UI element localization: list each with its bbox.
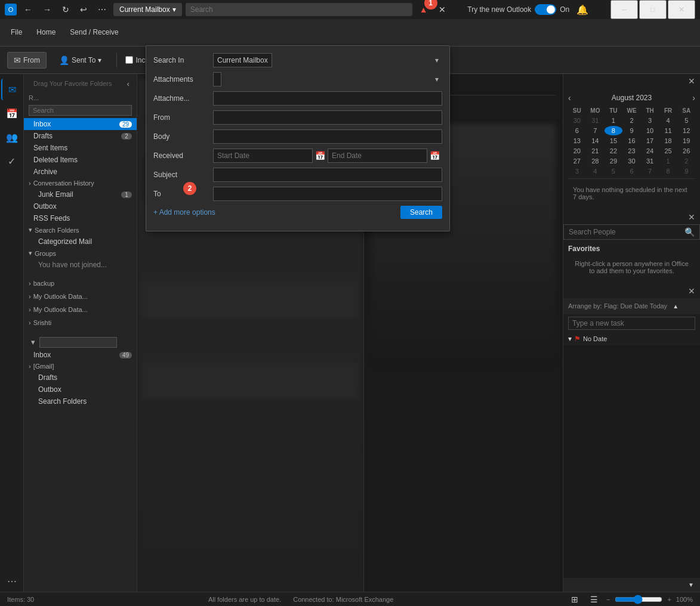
folder-inbox[interactable]: Inbox 29 [24, 118, 137, 130]
cal-3b[interactable]: 3 [568, 166, 586, 176]
calendar-close-button[interactable]: ✕ [686, 75, 698, 87]
folder-outbox2[interactable]: Outbox [24, 384, 137, 395]
zoom-plus-icon[interactable]: + [667, 596, 671, 603]
collapse-folder-button[interactable]: ‹ [125, 78, 132, 89]
sidebar-icon-calendar[interactable]: 📅 [1, 103, 23, 124]
include-deleted-checkbox[interactable] [125, 56, 133, 64]
folder-search-folders2[interactable]: Search Folders [24, 395, 137, 407]
folder-drafts2[interactable]: Drafts [24, 372, 137, 384]
folder-deleted-items[interactable]: Deleted Items [24, 154, 137, 166]
cal-4[interactable]: 4 [659, 116, 677, 125]
to-input[interactable] [213, 187, 442, 201]
try-new-toggle[interactable] [535, 4, 556, 15]
sent-to-button[interactable]: 👤 Sent To ▾ [53, 52, 108, 69]
folder-group-conversation[interactable]: › Conversation History [24, 178, 137, 188]
cal-29[interactable]: 29 [605, 156, 622, 166]
cal-3[interactable]: 3 [641, 116, 659, 125]
folder-outbox[interactable]: Outbox [24, 200, 137, 212]
statusbar-grid-view[interactable]: ⊞ [568, 592, 582, 607]
back-button[interactable]: ← [20, 2, 36, 17]
sidebar-icon-notes[interactable]: ⋯ [1, 570, 23, 592]
folder-group-srishti[interactable]: › Srishti [24, 317, 137, 328]
cal-7[interactable]: 7 [587, 126, 605, 135]
sidebar-icon-tasks[interactable]: ✓ [1, 150, 23, 172]
cal-7b[interactable]: 7 [641, 166, 659, 176]
end-date-input[interactable] [328, 149, 427, 163]
cal-5b[interactable]: 5 [605, 166, 622, 176]
search-input[interactable] [186, 3, 412, 16]
cal-20[interactable]: 20 [568, 146, 586, 156]
cal-31[interactable]: 31 [587, 116, 605, 125]
cal-4b[interactable]: 4 [587, 166, 605, 176]
cal-15[interactable]: 15 [605, 136, 622, 146]
folder-junk[interactable]: Junk Email 1 [24, 188, 137, 200]
cal-28[interactable]: 28 [587, 156, 605, 166]
minimize-button[interactable]: ─ [610, 0, 638, 19]
zoom-slider[interactable] [615, 595, 662, 604]
cal-31b[interactable]: 31 [641, 156, 659, 166]
folder-archive[interactable]: Archive [24, 166, 137, 178]
cal-24[interactable]: 24 [641, 146, 659, 156]
cal-17[interactable]: 17 [641, 136, 659, 146]
cal-30b[interactable]: 30 [623, 156, 641, 166]
maximize-button[interactable]: □ [639, 0, 667, 19]
cal-9[interactable]: 9 [623, 126, 641, 135]
cal-19[interactable]: 19 [677, 136, 695, 146]
folder-sent-items[interactable]: Sent Items [24, 142, 137, 154]
expand-no-date-icon[interactable]: ▾ [568, 335, 572, 343]
cal-26[interactable]: 26 [677, 146, 695, 156]
cal-9b[interactable]: 9 [677, 166, 695, 176]
cal-8-today[interactable]: 8 [605, 126, 622, 135]
cal-16[interactable]: 16 [623, 136, 641, 146]
start-date-input[interactable] [213, 149, 313, 163]
end-date-picker-button[interactable]: 📅 [427, 151, 442, 160]
cal-1[interactable]: 1 [605, 116, 622, 125]
cal-22[interactable]: 22 [605, 146, 622, 156]
cal-6[interactable]: 6 [568, 126, 586, 135]
notifications-icon[interactable]: 🔔 [573, 2, 592, 18]
cal-10[interactable]: 10 [641, 126, 659, 135]
cal-2[interactable]: 2 [623, 116, 641, 125]
cal-14[interactable]: 14 [587, 136, 605, 146]
body-input[interactable] [213, 129, 442, 144]
forward-button[interactable]: → [39, 2, 55, 17]
collapse-second-account[interactable]: ▾ [29, 336, 38, 348]
attachme-input[interactable] [213, 91, 442, 106]
folder-group-backup[interactable]: › backup [24, 278, 137, 289]
tasks-scroll-up[interactable]: ▲ [669, 301, 682, 312]
cal-8b[interactable]: 8 [659, 166, 677, 176]
statusbar-list-view[interactable]: ☰ [587, 592, 602, 607]
people-search-icon[interactable]: 🔍 [684, 227, 695, 237]
undo-button[interactable]: ↩ [76, 2, 91, 17]
cal-13[interactable]: 13 [568, 136, 586, 146]
cal-30[interactable]: 30 [568, 116, 586, 125]
refresh-button[interactable]: ↻ [58, 2, 73, 17]
sidebar-icon-people[interactable]: 👥 [1, 126, 23, 148]
cal-11[interactable]: 11 [659, 126, 677, 135]
folder-not-joined[interactable]: You have not joined... [24, 259, 137, 271]
folder-search-input[interactable] [29, 105, 132, 116]
tab-home[interactable]: Home [30, 24, 61, 41]
folder-inbox2[interactable]: Inbox 49 [24, 349, 137, 361]
cal-21[interactable]: 21 [587, 146, 605, 156]
subject-input[interactable] [213, 168, 442, 182]
tab-send-receive[interactable]: Send / Receive [64, 24, 124, 41]
add-more-options-link[interactable]: + Add more options [153, 208, 215, 217]
people-search-input[interactable] [569, 228, 684, 236]
tasks-scroll-down[interactable]: ▼ [684, 579, 698, 590]
folder-drafts[interactable]: Drafts 2 [24, 130, 137, 142]
from-button[interactable]: ✉ From [7, 52, 47, 69]
calendar-next-button[interactable]: › [692, 93, 695, 103]
from-input[interactable] [213, 110, 442, 125]
folder-group-outlook-data2[interactable]: › My Outlook Data... [24, 304, 137, 315]
search-go-button[interactable]: Search [400, 206, 442, 219]
cal-25[interactable]: 25 [659, 146, 677, 156]
folder-categorized[interactable]: Categorized Mail [24, 236, 137, 248]
close-button[interactable]: ✕ [668, 0, 695, 19]
cal-23[interactable]: 23 [623, 146, 641, 156]
current-mailbox-button[interactable]: Current Mailbox ▾ [113, 3, 182, 16]
new-task-input[interactable] [568, 317, 695, 330]
tasks-close-button[interactable]: ✕ [686, 285, 698, 297]
cal-6b[interactable]: 6 [623, 166, 641, 176]
people-close-button[interactable]: ✕ [686, 211, 698, 223]
